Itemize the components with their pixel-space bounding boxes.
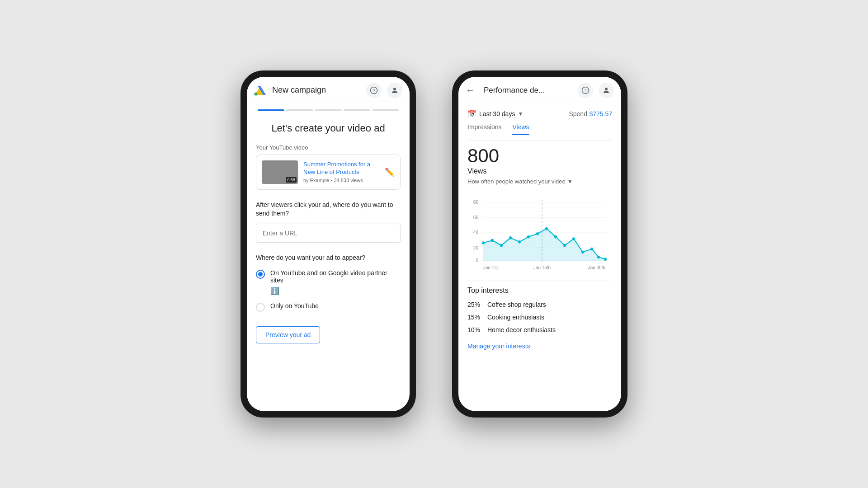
svg-text:20: 20 [473, 245, 478, 251]
svg-text:60: 60 [473, 214, 478, 220]
svg-text:?: ? [584, 88, 587, 93]
svg-text:80: 80 [473, 199, 478, 205]
progress-step-2 [286, 109, 313, 111]
video-thumbnail: 0:58 [262, 160, 298, 184]
phone-new-campaign: New campaign ? [241, 70, 416, 418]
phone2-topbar: ← Performance de... ? [458, 77, 621, 102]
svg-point-27 [545, 227, 548, 230]
svg-point-32 [590, 248, 593, 251]
svg-point-30 [572, 237, 575, 240]
views-label: Views [467, 167, 612, 175]
video-views: 34,833 views [334, 178, 363, 183]
youtube-video-label: Your YouTube video [256, 144, 401, 151]
chart-divider [467, 281, 612, 281]
svg-point-2 [255, 92, 258, 95]
interest-pct-2: 10% [467, 326, 482, 333]
google-ads-logo-icon [254, 84, 267, 97]
svg-text:Jan 1st: Jan 1st [483, 264, 498, 270]
interest-pct-0: 25% [467, 301, 482, 308]
video-card: 0:58 Summer Promotions for a New Line of… [256, 155, 401, 190]
date-filter-arrow-icon: ▼ [518, 111, 523, 117]
help-icon-btn[interactable]: ? [366, 83, 382, 98]
radio-btn-youtube-and-partners[interactable] [256, 270, 265, 279]
spend-value: $775.57 [589, 110, 612, 117]
video-info: Summer Promotions for a New Line of Prod… [303, 161, 379, 183]
video-duration: 0:58 [286, 177, 297, 183]
interest-row-2: 10% Home decor enthusiasts [467, 326, 612, 333]
help-icon: ? [370, 86, 378, 94]
svg-point-26 [536, 232, 539, 235]
interest-pct-1: 15% [467, 314, 482, 321]
progress-step-1 [258, 109, 284, 111]
phone2-account-btn[interactable] [599, 83, 614, 98]
progress-step-3 [315, 109, 341, 111]
svg-point-8 [605, 88, 608, 90]
info-icon-placement[interactable]: ℹ️ [270, 286, 279, 295]
tab-impressions[interactable]: Impressions [467, 123, 501, 135]
svg-point-22 [500, 244, 503, 247]
account-icon-btn[interactable] [387, 83, 402, 98]
radio-label-youtube-only: Only on YouTube [270, 302, 319, 310]
svg-point-29 [563, 244, 566, 247]
radio-item-youtube-only[interactable]: Only on YouTube [256, 302, 401, 312]
svg-point-33 [597, 256, 600, 259]
radio-group: On YouTube and on Google video partner s… [256, 269, 401, 312]
top-interests-title: Top interests [467, 286, 612, 295]
url-input[interactable] [256, 224, 401, 243]
interest-row-1: 15% Cooking enthusiasts [467, 314, 612, 321]
views-count: 800 [467, 146, 612, 165]
phone-performance: ← Performance de... ? [452, 70, 627, 418]
svg-point-5 [393, 88, 396, 90]
performance-chart: 80 60 40 20 0 [467, 192, 612, 273]
svg-point-31 [581, 250, 584, 253]
interest-name-2: Home decor enthusiasts [487, 326, 556, 333]
svg-point-25 [527, 235, 530, 239]
url-question: After viewers click your ad, where do yo… [256, 201, 401, 218]
svg-point-24 [518, 240, 521, 244]
interest-row-0: 25% Coffee shop regulars [467, 301, 612, 308]
interest-name-1: Cooking enthusiasts [487, 314, 544, 321]
svg-point-20 [482, 241, 485, 244]
tabs-row: Impressions Views [467, 123, 612, 135]
date-spend-row: 📅 Last 30 days ▼ Spend $775.57 [467, 109, 612, 118]
phone1-topbar: New campaign ? [247, 77, 410, 102]
svg-point-28 [554, 235, 557, 239]
placement-question: Where do you want your ad to appear? [256, 253, 401, 263]
phone1-topbar-icons: ? [366, 83, 402, 98]
svg-text:40: 40 [473, 230, 478, 235]
svg-text:Jan 30th: Jan 30th [588, 264, 605, 270]
svg-text:0: 0 [476, 258, 478, 263]
video-meta: by Example • 34,833 views [303, 178, 379, 183]
phone2-title: Performance de... [484, 86, 578, 95]
radio-item-youtube-and-partners[interactable]: On YouTube and on Google video partner s… [256, 269, 401, 295]
edit-icon[interactable]: ✏️ [385, 167, 395, 177]
tab-divider [467, 141, 612, 141]
views-subtitle-arrow-icon: ▼ [567, 178, 573, 185]
phone2-help-btn[interactable]: ? [578, 83, 593, 98]
svg-text:?: ? [373, 88, 375, 93]
phone1-content: Let's create your video ad Your YouTube … [247, 102, 410, 411]
progress-step-5 [372, 109, 399, 111]
svg-point-21 [491, 239, 494, 242]
svg-point-34 [604, 258, 607, 261]
phone1-title: New campaign [272, 85, 366, 95]
views-subtitle[interactable]: How often people watched your video ▼ [467, 178, 612, 185]
date-filter[interactable]: 📅 Last 30 days ▼ [467, 109, 523, 118]
manage-interests-link[interactable]: Manage your interests [467, 343, 530, 350]
spend-section: Spend $775.57 [569, 110, 612, 118]
date-filter-label: Last 30 days [479, 110, 515, 117]
phone2-topbar-icons: ? [578, 83, 614, 98]
phones-container: New campaign ? [0, 70, 868, 418]
radio-btn-youtube-only[interactable] [256, 303, 265, 312]
account-icon [391, 86, 399, 94]
video-title: Summer Promotions for a New Line of Prod… [303, 161, 379, 176]
interest-name-0: Coffee shop regulars [487, 301, 546, 308]
performance-content: 📅 Last 30 days ▼ Spend $775.57 Impressio… [458, 102, 621, 411]
progress-bar [256, 109, 401, 111]
progress-step-4 [344, 109, 370, 111]
preview-ad-button[interactable]: Preview your ad [256, 326, 320, 343]
calendar-icon: 📅 [467, 109, 476, 118]
tab-views[interactable]: Views [512, 123, 529, 135]
back-button[interactable]: ← [466, 85, 475, 95]
chart-area: 80 60 40 20 0 [467, 192, 612, 273]
